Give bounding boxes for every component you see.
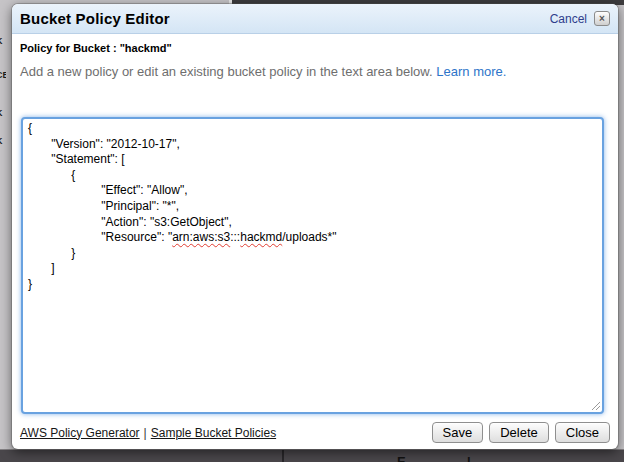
background-bottom-band: E l xyxy=(0,449,624,462)
background-text-fragment: E xyxy=(397,454,406,462)
dialog-footer: AWS Policy Generator|Sample Bucket Polic… xyxy=(12,422,618,443)
policy-for-bucket-label: Policy for Bucket : "hackmd" xyxy=(20,42,610,54)
background-text-fragment: K xyxy=(0,36,6,46)
bucket-policy-editor-dialog: Bucket Policy Editor Cancel × Policy for… xyxy=(12,4,618,449)
close-x-icon[interactable]: × xyxy=(594,11,610,26)
delete-button[interactable]: Delete xyxy=(489,422,549,443)
policy-textarea[interactable]: { "Version": "2012-10-17", "Statement": … xyxy=(21,117,604,414)
footer-links: AWS Policy Generator|Sample Bucket Polic… xyxy=(20,426,276,440)
background-bottom-divider xyxy=(282,450,284,462)
dialog-header: Bucket Policy Editor Cancel × xyxy=(12,4,618,34)
footer-buttons: Save Delete Close xyxy=(432,422,610,443)
background-text-fragment: K xyxy=(0,108,6,118)
resize-grip-icon[interactable] xyxy=(590,400,600,410)
dialog-description: Add a new policy or edit an existing buc… xyxy=(20,64,610,79)
dialog-title: Bucket Policy Editor xyxy=(20,10,170,27)
background-text-fragment: K xyxy=(0,136,6,146)
link-separator: | xyxy=(144,426,147,440)
background-text-fragment: l xyxy=(467,454,471,462)
page-root: { "dialog": { "title": "Bucket Policy Ed… xyxy=(0,0,624,462)
close-button[interactable]: Close xyxy=(555,422,610,443)
learn-more-link[interactable]: Learn more. xyxy=(436,64,506,79)
cancel-link[interactable]: Cancel xyxy=(550,12,587,26)
save-button[interactable]: Save xyxy=(432,422,484,443)
description-text: Add a new policy or edit an existing buc… xyxy=(20,64,433,79)
aws-policy-generator-link[interactable]: AWS Policy Generator xyxy=(20,426,140,440)
sample-bucket-policies-link[interactable]: Sample Bucket Policies xyxy=(151,426,276,440)
background-text-fragment: CE xyxy=(0,70,6,80)
